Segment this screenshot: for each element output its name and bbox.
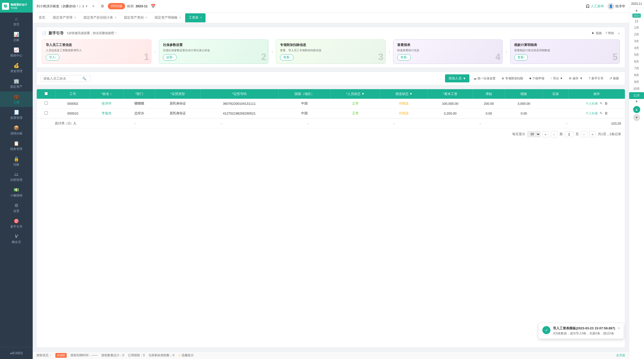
month-7[interactable]: 7月 [629, 65, 644, 72]
month-12[interactable]: 12 [629, 18, 644, 24]
auth-status-label: 授权状态： [36, 353, 52, 357]
scroll-up-btn[interactable]: ▲ [633, 106, 640, 113]
sidebar-item-fixed-assets[interactable]: 🏢 固定资产 [0, 76, 33, 91]
month-1[interactable]: 1月 [629, 24, 644, 31]
month-11[interactable]: 11月 [629, 92, 644, 99]
row-checkbox-2[interactable] [37, 109, 56, 118]
toast-close-btn[interactable]: × [618, 326, 620, 330]
year-next-btn[interactable]: ▼ [634, 99, 639, 104]
page-size-select[interactable]: 10 20 50 [527, 131, 540, 137]
sidebar-item-home[interactable]: ⌂ 首页 [0, 14, 33, 29]
sidebar-item-archive[interactable]: 🗂 归档管理 [0, 169, 33, 185]
tab-categories-close-icon[interactable]: × [145, 16, 147, 19]
row-op-delete-2[interactable]: 🗑 [605, 111, 608, 115]
row-name-2[interactable]: 李俊杰 [90, 109, 123, 118]
add-person-btn[interactable]: 添加人员 ▼ [445, 74, 469, 82]
year-header[interactable]: 2023.11 [629, 0, 644, 8]
month-5[interactable]: 5月 [629, 52, 644, 58]
page-num-input[interactable]: 1 [565, 131, 574, 137]
step-2-btn[interactable]: 设置› [163, 54, 177, 61]
operations-btn[interactable]: ⚙ 操作 ▼ [567, 75, 585, 82]
sidebar-item-settings[interactable]: ⚙ 设置 [0, 200, 33, 216]
name-link-2[interactable]: 李俊杰 [102, 111, 111, 115]
month-9[interactable]: 9月 [629, 79, 644, 85]
new-guide-btn[interactable]: ? 新手引导 [587, 75, 606, 82]
row-dept-1: 嗯嗯嗯 [123, 99, 155, 109]
row-op-delete-1[interactable]: 🗑 [605, 101, 608, 105]
tab-salary[interactable]: 工资表 × [185, 13, 206, 22]
sidebar-item-tax[interactable]: 📋 税务管理 [0, 138, 33, 154]
name-link-1[interactable]: 徐泽华 [102, 101, 111, 105]
deduction-icon: ⊕ [502, 77, 504, 80]
step-4-btn[interactable]: 查看› [397, 54, 411, 61]
tab-detail[interactable]: 固定资产明细账 × [151, 13, 185, 22]
month-2[interactable]: 2月 [629, 31, 644, 38]
col-checkbox[interactable] [37, 89, 56, 99]
period-value: 2023-11 [136, 4, 148, 8]
wizard-step-5: 税款计算明细表 查看税款计算过程及明细数据 查看› 5 [510, 39, 620, 64]
sidebar-item-ledger[interactable]: 📊 总账 [0, 29, 33, 45]
sidebar-item-member[interactable]: V 畅会员 [0, 231, 33, 247]
sidebar-item-inventory[interactable]: 📦 进销台账 [0, 123, 33, 138]
row-op-edit-2[interactable]: ✎ [600, 111, 602, 115]
sidebar-item-expense[interactable]: 💵 小畅报销 [0, 185, 33, 200]
page-prev-btn[interactable]: ‹ [551, 131, 557, 137]
tab-fixed-assets[interactable]: 固定资产管理 × [49, 13, 79, 22]
year-prev-btn[interactable]: ▲ [634, 8, 639, 13]
step-3-desc: 查看、导入员工专项附加扣除信息 [280, 48, 382, 52]
ai-consult-icon: 🎧 [586, 4, 590, 8]
export-btn[interactable]: ↑ 导出 ▼ [548, 75, 565, 82]
calendar-btn[interactable]: 📅 [150, 3, 157, 10]
tab-depreciation[interactable]: 固定资产折旧统计表 × [80, 13, 120, 22]
page-first-btn[interactable]: « [542, 131, 549, 137]
row-name-1[interactable]: 徐泽华 [90, 99, 123, 109]
tab-fixed-assets-close-icon[interactable]: × [74, 16, 76, 19]
refresh-btn[interactable]: ↺ 刷新 [608, 75, 621, 82]
sidebar-label-ledger: 总账 [13, 38, 19, 42]
step-1-btn[interactable]: 导入› [46, 54, 59, 61]
page-next-btn[interactable]: › [581, 131, 587, 137]
version-switch-btn[interactable]: 切到旧版 [108, 3, 125, 9]
month-4[interactable]: 4月 [629, 45, 644, 52]
deduction-btn[interactable]: ⊕ 专项附加扣除 [500, 75, 525, 82]
tab-home[interactable]: 首页 [35, 13, 49, 22]
recharge-link[interactable]: 去充值 [616, 353, 625, 357]
wizard-help-btn[interactable]: ? 帮助 [606, 31, 614, 35]
sidebar-item-billing[interactable]: 🧾 发票管理 [0, 107, 33, 123]
tax-report-label: 个税申报 [532, 76, 544, 81]
select-all-checkbox[interactable] [45, 92, 48, 95]
month-8[interactable]: 8月 [629, 72, 644, 79]
sidebar-item-funds[interactable]: 💰 资金管理 [0, 60, 33, 76]
page-last-btn[interactable]: » [589, 131, 596, 137]
wizard-video-btn[interactable]: ▶ 视频 [592, 31, 601, 35]
step-3-btn[interactable]: 查看› [280, 54, 294, 61]
row-op-social-1[interactable]: 个人社保 [586, 102, 598, 105]
sidebar-item-guide[interactable]: 🎯 新手引导 [0, 216, 33, 231]
tab-depreciation-close-icon[interactable]: × [115, 16, 116, 19]
sidebar-item-reports[interactable]: 📈 报表中心 [0, 45, 33, 60]
social-insurance-btn[interactable]: ☁ 统一社保设置 [471, 75, 498, 82]
month-10[interactable]: 10月 [629, 85, 644, 92]
cancel-fixed-btn[interactable]: ◄ 取消固定 [0, 349, 33, 357]
tab-salary-close-icon[interactable]: × [200, 16, 202, 19]
step-5-btn[interactable]: 查看› [514, 54, 528, 61]
row-op-edit-1[interactable]: ✎ [600, 101, 602, 105]
search-input[interactable] [43, 77, 81, 80]
month-6[interactable]: 6月 [629, 58, 644, 65]
sidebar-item-close[interactable]: 🔒 结账 [0, 154, 33, 169]
month-3[interactable]: 3月 [629, 38, 644, 45]
tab-detail-close-icon[interactable]: × [179, 16, 181, 19]
tax-report-btn[interactable]: ■ 个税申报 [527, 75, 546, 82]
row-op-social-2[interactable]: 个人社保 [586, 112, 598, 115]
row-checkbox-1[interactable] [37, 99, 56, 109]
account-selector[interactable]: 刘小艳演示账套（勿删勿动！）1 ▼ [36, 4, 88, 9]
add-account-btn[interactable]: ＋ [90, 3, 97, 10]
scroll-down-btn[interactable]: ▼ [633, 114, 640, 121]
tab-categories[interactable]: 固定资产类别 × [120, 13, 151, 22]
sidebar-item-salary[interactable]: 💼 工资 [0, 91, 33, 107]
col-dept: *部门 [123, 89, 155, 99]
settings-gear-btn[interactable]: ⚙ [99, 3, 106, 10]
ai-consult-btn[interactable]: 🎧 人工咨询 [586, 4, 604, 9]
user-info[interactable]: 👤 徐泽华 [608, 3, 625, 10]
wizard-close-btn[interactable]: × [618, 31, 620, 35]
